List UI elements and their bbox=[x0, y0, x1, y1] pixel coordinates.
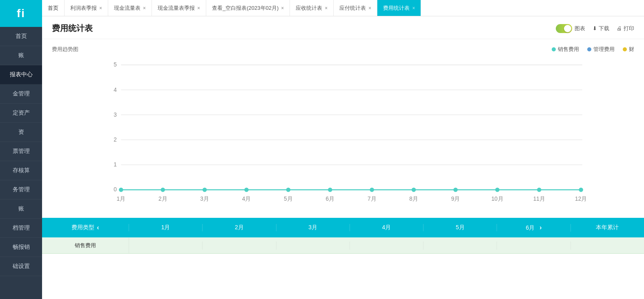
td-sales-feb bbox=[203, 241, 276, 250]
svg-text:1: 1 bbox=[114, 162, 117, 168]
td-sales-jun bbox=[497, 241, 570, 250]
data-point bbox=[328, 188, 332, 192]
svg-text:1月: 1月 bbox=[117, 196, 126, 202]
svg-text:11月: 11月 bbox=[533, 196, 545, 202]
tab-close-payable[interactable]: × bbox=[368, 5, 371, 11]
legend-label-sales: 销售费用 bbox=[558, 46, 579, 53]
tab-profit-quarterly[interactable]: 利润表季报 × bbox=[65, 0, 108, 16]
print-label: 打印 bbox=[624, 25, 634, 32]
page-header: 费用统计表 图表 ⬇ 下载 🖨 打印 bbox=[42, 16, 644, 39]
page-title: 费用统计表 bbox=[52, 23, 93, 34]
data-point bbox=[286, 188, 291, 192]
td-sales-mar bbox=[276, 241, 350, 250]
svg-text:10月: 10月 bbox=[491, 196, 503, 202]
tab-receivable[interactable]: 应收统计表 × bbox=[290, 0, 334, 16]
th-ytd: 本年累计 bbox=[571, 224, 644, 231]
content-area: 费用统计表 图表 ⬇ 下载 🖨 打印 费用趋势图 bbox=[42, 16, 644, 299]
sidebar-item-account[interactable]: 账 bbox=[0, 46, 42, 65]
chart-toggle-label: 图表 bbox=[575, 25, 585, 32]
sidebar-item-ledger[interactable]: 账 bbox=[0, 199, 42, 219]
tab-close-receivable[interactable]: × bbox=[325, 5, 328, 11]
print-icon: 🖨 bbox=[617, 25, 622, 31]
header-actions: 图表 ⬇ 下载 🖨 打印 bbox=[556, 24, 634, 33]
tab-close-profit-quarterly[interactable]: × bbox=[99, 5, 102, 11]
tab-blank-report[interactable]: 查看_空白报表(2023年02月) × bbox=[206, 0, 290, 16]
sidebar-item-inventory[interactable]: 存核算 bbox=[0, 161, 42, 180]
svg-text:3月: 3月 bbox=[200, 196, 209, 202]
sidebar-item-sales-return[interactable]: 畅报销 bbox=[0, 238, 42, 257]
data-point bbox=[453, 188, 458, 192]
data-point bbox=[412, 188, 416, 192]
svg-text:4: 4 bbox=[114, 87, 117, 93]
svg-text:0: 0 bbox=[114, 186, 117, 193]
download-icon: ⬇ bbox=[593, 25, 597, 31]
chart-toggle-wrap[interactable]: 图表 bbox=[556, 24, 585, 33]
chart-title: 费用趋势图 bbox=[52, 46, 78, 53]
table-header: 费用类型 ‹ 1月 2月 3月 4月 5月 6月 › 本年累计 bbox=[42, 218, 644, 237]
table-section: 费用类型 ‹ 1月 2月 3月 4月 5月 6月 › 本年累计 销售费用 bbox=[42, 218, 644, 299]
th-jan: 1月 bbox=[129, 224, 203, 231]
legend-label-admin: 管理费用 bbox=[593, 46, 615, 53]
app-logo: fi bbox=[0, 0, 42, 27]
svg-text:9月: 9月 bbox=[451, 196, 460, 202]
svg-text:4月: 4月 bbox=[242, 196, 251, 202]
th-jun: 6月 › bbox=[497, 224, 570, 232]
tab-close-cashflow-quarterly[interactable]: × bbox=[197, 5, 200, 11]
th-expense-type: 费用类型 ‹ bbox=[42, 224, 129, 231]
sidebar-item-home[interactable]: 首页 bbox=[0, 27, 42, 46]
tab-close-blank-report[interactable]: × bbox=[281, 5, 284, 11]
td-sales-ytd bbox=[571, 241, 644, 250]
sidebar: fi 首页 账 报表中心 金管理 定资产 资 票管理 存核算 务管理 账 档管理… bbox=[0, 0, 42, 299]
sidebar-item-report-center[interactable]: 报表中心 bbox=[0, 65, 42, 84]
sidebar-item-fixed-assets[interactable]: 定资产 bbox=[0, 104, 42, 123]
next-arrow[interactable]: › bbox=[539, 224, 541, 231]
svg-text:7月: 7月 bbox=[368, 196, 377, 202]
sidebar-item-fund-mgmt[interactable]: 金管理 bbox=[0, 84, 42, 104]
svg-text:6月: 6月 bbox=[326, 196, 335, 202]
data-point bbox=[203, 188, 207, 192]
tab-cashflow-quarterly[interactable]: 现金流量表季报 × bbox=[152, 0, 206, 16]
tab-home[interactable]: 首页 bbox=[42, 0, 65, 16]
sidebar-item-capital[interactable]: 资 bbox=[0, 123, 42, 142]
sidebar-item-basic-settings[interactable]: 础设置 bbox=[0, 257, 42, 276]
chart-header: 费用趋势图 销售费用 管理费用 财 bbox=[52, 46, 634, 53]
svg-text:8月: 8月 bbox=[409, 196, 418, 202]
legend-dot-admin bbox=[587, 47, 591, 51]
chart-toggle[interactable] bbox=[556, 24, 572, 33]
data-point bbox=[495, 188, 500, 192]
table-row-sales: 销售费用 bbox=[42, 237, 644, 254]
data-point bbox=[579, 188, 583, 192]
chart-legend: 销售费用 管理费用 财 bbox=[552, 46, 634, 53]
td-sales-type: 销售费用 bbox=[42, 238, 129, 253]
svg-text:12月: 12月 bbox=[575, 196, 587, 202]
th-apr: 4月 bbox=[350, 224, 423, 231]
print-button[interactable]: 🖨 打印 bbox=[617, 25, 634, 32]
tab-close-cashflow[interactable]: × bbox=[143, 5, 146, 11]
svg-text:2: 2 bbox=[114, 137, 117, 143]
th-may: 5月 bbox=[423, 224, 497, 231]
legend-item-admin: 管理费用 bbox=[587, 46, 615, 53]
svg-text:2月: 2月 bbox=[158, 196, 167, 202]
legend-dot-sales bbox=[552, 47, 556, 51]
tab-cashflow[interactable]: 现金流量表 × bbox=[108, 0, 152, 16]
main-area: 首页 利润表季报 × 现金流量表 × 现金流量表季报 × 查看_空白报表(202… bbox=[42, 0, 644, 299]
legend-item-sales: 销售费用 bbox=[552, 46, 579, 53]
download-button[interactable]: ⬇ 下载 bbox=[593, 25, 609, 32]
legend-label-finance: 财 bbox=[629, 46, 634, 53]
data-point bbox=[537, 188, 541, 192]
chart-svg: 0 1 2 3 4 5 1月 2月 3月 4月 5月 6月 7月 8月 9 bbox=[52, 56, 634, 211]
data-point bbox=[161, 188, 165, 192]
th-feb: 2月 bbox=[203, 224, 276, 231]
tab-expense[interactable]: 费用统计表 × bbox=[377, 0, 421, 16]
svg-text:5: 5 bbox=[114, 62, 117, 68]
tab-bar: 首页 利润表季报 × 现金流量表 × 现金流量表季报 × 查看_空白报表(202… bbox=[42, 0, 644, 16]
td-sales-jan bbox=[129, 241, 203, 250]
sidebar-item-archive-mgmt[interactable]: 档管理 bbox=[0, 219, 42, 238]
data-point bbox=[370, 188, 374, 192]
tab-payable[interactable]: 应付统计表 × bbox=[334, 0, 377, 16]
sidebar-item-service-mgmt[interactable]: 务管理 bbox=[0, 180, 42, 199]
prev-arrow[interactable]: ‹ bbox=[97, 224, 99, 231]
chart-svg-container: 0 1 2 3 4 5 1月 2月 3月 4月 5月 6月 7月 8月 9 bbox=[52, 56, 634, 211]
tab-close-expense[interactable]: × bbox=[412, 5, 415, 11]
sidebar-item-ticket-mgmt[interactable]: 票管理 bbox=[0, 142, 42, 161]
